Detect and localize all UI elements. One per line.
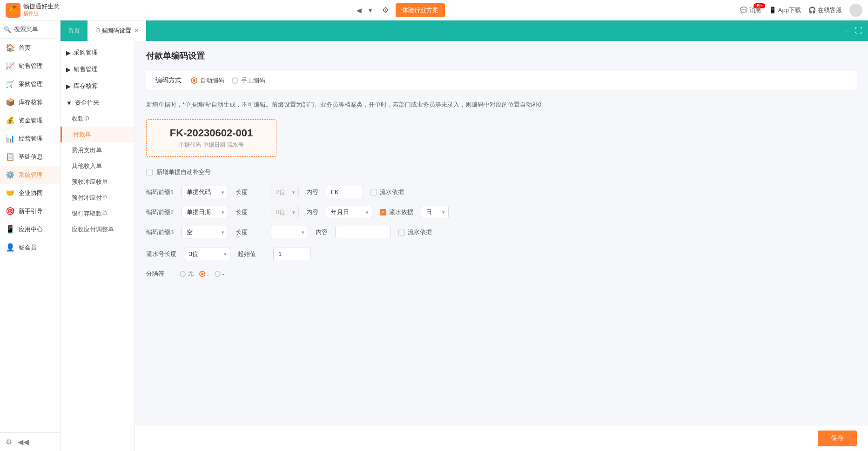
prefix1-select-wrap: 单据代码 xyxy=(182,186,228,198)
sub-item-payment[interactable]: 付款单 xyxy=(61,127,135,142)
nav-down-btn[interactable]: ▾ xyxy=(366,6,375,15)
sidebar-collapse-btn[interactable]: ◀◀ xyxy=(18,438,29,446)
tab-minimize-btn[interactable]: — xyxy=(844,27,851,35)
sub-item-receipt[interactable]: 收款单 xyxy=(61,111,135,127)
serial1-label: 流水依据 xyxy=(380,188,404,196)
form-row-2: 编码前缀2 单据日期 长度 8位 xyxy=(146,206,857,218)
prefix2-select[interactable]: 单据日期 xyxy=(182,206,228,218)
sub-header-sales[interactable]: ▶ 销售管理 xyxy=(61,61,135,77)
sidebar-item-guide[interactable]: 🎯 新手引导 xyxy=(0,202,60,220)
length2-select[interactable]: 8位 xyxy=(271,206,299,218)
day-select[interactable]: 日 xyxy=(421,206,449,218)
separator-dot-radio[interactable]: . xyxy=(199,270,209,277)
service-label: 在线客服 xyxy=(818,6,842,14)
message-btn[interactable]: 💬 消息 99+ xyxy=(740,6,761,14)
sidebar-item-member[interactable]: 👤 畅会员 xyxy=(0,238,60,256)
sidebar-item-purchase[interactable]: 🛒 采购管理 xyxy=(0,75,60,93)
sidebar-item-system[interactable]: ⚙️ 系统管理 xyxy=(0,166,60,184)
separator-label: 分隔符 xyxy=(146,269,174,278)
sub-sales-arrow: ▶ xyxy=(66,66,71,73)
serial2-item: 流水依据 xyxy=(380,208,413,216)
start-value-input[interactable] xyxy=(273,248,310,260)
content2-select[interactable]: 年月日 xyxy=(326,206,372,218)
manual-code-radio[interactable]: 手工编码 xyxy=(232,76,265,85)
auto-fill-checkbox[interactable] xyxy=(146,169,153,175)
sub-group-funds: ▼ 资金往来 收款单 付款单 费用支出单 其他收入单 预收冲应收单 预付冲应付单… xyxy=(61,95,135,237)
sub-header-purchase[interactable]: ▶ 采购管理 xyxy=(61,45,135,61)
sub-item-advance-payable[interactable]: 预收冲应收单 xyxy=(61,174,135,190)
sidebar-search-btn[interactable]: 🔍 搜索菜单 xyxy=(0,20,60,39)
sidebar-item-home[interactable]: 🏠 首页 xyxy=(0,39,60,57)
length3-select[interactable] xyxy=(271,226,308,238)
content1-label: 内容 xyxy=(306,188,318,196)
user-avatar[interactable] xyxy=(849,4,862,17)
sub-item-other-income[interactable]: 其他收入单 xyxy=(61,158,135,174)
brand: 🍊 畅捷通好生意 插件版 xyxy=(6,3,60,18)
page-footer: 保存 xyxy=(135,425,868,451)
preview-box: FK-20230602-001 单据代码-单据日期-流水号 xyxy=(146,119,276,157)
prefix3-select-wrap: 空 xyxy=(182,226,228,238)
serial3-item: 流水依据 xyxy=(398,228,432,236)
serial2-checkbox[interactable] xyxy=(380,209,386,215)
serial1-checkbox[interactable] xyxy=(370,189,377,195)
length1-select[interactable]: 2位 xyxy=(271,186,299,198)
sidebar-item-basic[interactable]: 📋 基础信息 xyxy=(0,148,60,166)
service-btn[interactable]: 🎧 在线客服 xyxy=(808,6,842,14)
sub-header-inventory[interactable]: ▶ 库存核算 xyxy=(61,78,135,94)
info-text: 新增单据时，*单据编码*自动生成，不可编辑。前缀设置为部门、业务员等档案类，开单… xyxy=(146,100,857,110)
auto-code-radio[interactable]: 自动编码 xyxy=(191,76,224,85)
content1-input[interactable] xyxy=(326,186,363,198)
settings-btn[interactable]: ⚙ xyxy=(379,4,392,17)
tab-home[interactable]: 首页 xyxy=(61,20,87,41)
separator-none-circle xyxy=(180,271,186,277)
tab-code-setting[interactable]: 单据编码设置 ✕ xyxy=(87,20,146,41)
tab-maximize-btn[interactable]: ⛶ xyxy=(855,27,862,35)
separator-dot-label: . xyxy=(207,270,209,277)
sub-item-advance-payment[interactable]: 预付冲应付单 xyxy=(61,190,135,206)
preview-code: FK-20230602-001 xyxy=(158,127,265,139)
coding-method-box: 编码方式 自动编码 手工编码 xyxy=(146,71,857,90)
sub-item-bank-deposit[interactable]: 银行存取款单 xyxy=(61,206,135,222)
sub-purchase-arrow: ▶ xyxy=(66,49,71,56)
sidebar-item-operations[interactable]: 📊 经营管理 xyxy=(0,129,60,148)
purchase-icon: 🛒 xyxy=(6,80,15,88)
prefix3-select[interactable]: 空 xyxy=(182,226,228,238)
sub-item-expense[interactable]: 费用支出单 xyxy=(61,142,135,158)
tab-close-btn[interactable]: ✕ xyxy=(134,27,139,34)
preview-desc: 单据代码-单据日期-流水号 xyxy=(158,141,265,149)
prefix1-select[interactable]: 单据代码 xyxy=(182,186,228,198)
separator-row: 分隔符 无 . - xyxy=(146,269,857,278)
content3-input[interactable] xyxy=(335,226,391,238)
sidebar-menu: 🏠 首页 📈 销售管理 🛒 采购管理 📦 库存核算 💰 资金管理 📊 经 xyxy=(0,39,60,432)
tab-bar: 首页 单据编码设置 ✕ — ⛶ xyxy=(61,20,868,41)
brand-icon: 🍊 xyxy=(6,3,20,18)
nav-arrows: ◀ ▾ xyxy=(355,6,375,15)
separator-dot-circle xyxy=(199,271,205,277)
sub-header-funds[interactable]: ▼ 资金往来 xyxy=(61,95,135,111)
serial3-checkbox[interactable] xyxy=(398,229,405,236)
brand-name: 畅捷通好生意 xyxy=(23,3,60,11)
coding-method-label: 编码方式 xyxy=(155,76,182,85)
sub-funds-label: 资金往来 xyxy=(75,99,99,107)
sidebar-item-sales[interactable]: 📈 销售管理 xyxy=(0,57,60,75)
sidebar-item-finance[interactable]: 💰 资金管理 xyxy=(0,111,60,129)
sub-item-receivable-adjust[interactable]: 应收应付调整单 xyxy=(61,222,135,237)
serial-length-select[interactable]: 3位 xyxy=(184,248,230,260)
separator-dash-circle xyxy=(215,271,221,277)
save-button[interactable]: 保存 xyxy=(818,431,857,446)
sidebar-item-inventory[interactable]: 📦 库存核算 xyxy=(0,93,60,111)
sidebar-item-label: 系统管理 xyxy=(19,171,43,179)
sub-purchase-label: 采购管理 xyxy=(74,48,98,57)
sidebar-item-apps[interactable]: 📱 应用中心 xyxy=(0,220,60,238)
app-download-btn[interactable]: 📱 App下载 xyxy=(769,6,801,14)
trial-btn[interactable]: 体验行业方案 xyxy=(396,3,445,17)
sidebar-search-label: 搜索菜单 xyxy=(14,25,38,34)
serial-length-select-wrap: 3位 xyxy=(184,248,230,260)
separator-none-radio[interactable]: 无 xyxy=(180,269,194,278)
sidebar-item-enterprise[interactable]: 🤝 企业协同 xyxy=(0,184,60,202)
nav-back-btn[interactable]: ◀ xyxy=(355,6,364,15)
sidebar-item-label: 资金管理 xyxy=(19,116,43,125)
separator-dash-radio[interactable]: - xyxy=(215,270,224,277)
serial3-label: 流水依据 xyxy=(408,228,432,236)
sidebar-settings-btn[interactable]: ⚙ xyxy=(6,438,12,446)
